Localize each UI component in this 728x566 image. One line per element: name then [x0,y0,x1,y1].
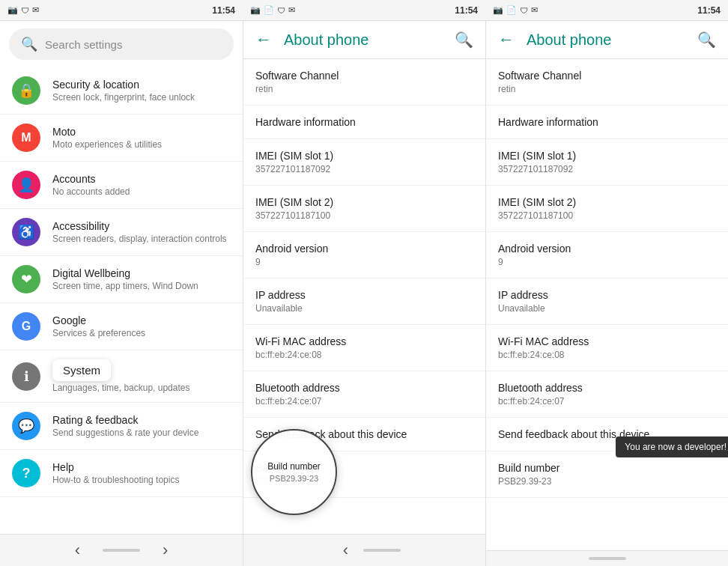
message-icon-right: ✉ [531,5,538,15]
nav-right-icon[interactable]: › [140,541,190,560]
list-item[interactable]: IMEI (SIM slot 2) 357227101187100 [486,186,728,232]
wellbeing-subtitle: Screen time, app timers, Wind Down [52,281,231,291]
list-item[interactable]: Android version 9 [486,232,728,279]
item-title: IMEI (SIM slot 2) [498,196,716,208]
nav-pill [103,549,140,552]
list-item[interactable]: Bluetooth address bc:ff:eb:24:ce:07 [243,371,485,418]
status-time-left: 11:54 [212,5,235,16]
item-value: 357227101187092 [498,164,716,174]
security-text: Security & location Screen lock, fingerp… [52,79,231,103]
list-item[interactable]: Wi-Fi MAC address bc:ff:eb:24:ce:08 [243,325,485,371]
list-item[interactable]: IMEI (SIM slot 1) 357227101187092 [243,139,485,186]
panel1-nav-back[interactable]: ‹ [328,541,363,560]
list-item[interactable]: Wi-Fi MAC address bc:ff:eb:24:ce:08 [486,325,728,371]
list-item[interactable]: Software Channel retin [243,59,485,106]
item-title: Bluetooth address [498,382,716,394]
build-number-item[interactable]: Build number PSB29.39-23 Build number PS… [243,451,485,498]
rating-subtitle: Send suggestions & rate your device [52,427,231,438]
build-number-item-2[interactable]: Build number PSB29.39-23 You are now a d… [486,451,728,498]
message-icon: ✉ [32,5,39,15]
about-list-2: Software Channel retin Hardware informat… [486,59,728,550]
item-title: Software Channel [255,70,473,82]
item-title: IMEI (SIM slot 2) [255,196,473,208]
item-title: Android version [498,243,716,255]
item-value: bc:ff:eb:24:ce:08 [255,350,473,360]
item-title: IMEI (SIM slot 1) [255,150,473,162]
search-icon: 🔍 [21,36,37,52]
sidebar-item-security[interactable]: 🔒 Security & location Screen lock, finge… [0,67,243,115]
status-time-right: 11:54 [697,5,721,16]
circle-value: PSB29.39-23 [270,474,318,483]
panel2-back-button[interactable]: ← [498,30,515,49]
status-middle-icons: 📷 📄 🛡 ✉ [250,5,295,15]
list-item[interactable]: Software Channel retin [486,59,728,106]
list-item[interactable]: Android version 9 [243,232,485,279]
system-subtitle: Languages, time, backup, updates [52,383,231,393]
about-panel-2: ← About phone 🔍 Software Channel retin H… [486,21,728,566]
settings-list: 🔒 Security & location Screen lock, finge… [0,67,243,534]
panel1-header: ← About phone 🔍 [243,21,485,59]
panel2-search-button[interactable]: 🔍 [697,31,716,49]
panel1-search-button[interactable]: 🔍 [455,31,473,49]
wellbeing-title: Digital Wellbeing [52,267,231,279]
nav-left-icon[interactable]: ‹ [52,541,103,560]
section-title: Hardware information [498,116,716,128]
system-tooltip: System [52,359,111,381]
accounts-text: Accounts No accounts added [52,173,231,197]
list-item[interactable]: IMEI (SIM slot 1) 357227101187092 [486,139,728,186]
moto-text: Moto Moto experiences & utilities [52,126,231,150]
wellbeing-text: Digital Wellbeing Screen time, app timer… [52,267,231,291]
message-icon-mid: ✉ [288,5,295,15]
item-title: Wi-Fi MAC address [255,335,473,347]
sidebar-item-moto[interactable]: M Moto Moto experiences & utilities [0,115,243,162]
security-title: Security & location [52,79,231,91]
sidebar-item-help[interactable]: ? Help How-to & troubleshooting topics [0,450,243,497]
item-title: IMEI (SIM slot 1) [498,150,716,162]
item-title: Software Channel [498,70,716,82]
security-icon: 🔒 [12,76,40,105]
sidebar-item-system[interactable]: ℹ System Languages, time, backup, update… [0,350,243,403]
system-title: System [52,359,231,381]
status-right-icons: 📷 📄 🛡 ✉ [493,5,538,15]
search-bar[interactable]: 🔍 Search settings [9,28,234,60]
sidebar-item-rating[interactable]: 💬 Rating & feedback Send suggestions & r… [0,403,243,450]
google-text: Google Services & preferences [52,314,231,338]
developer-toast: You are now a developer! [616,436,728,457]
item-value: 357227101187100 [255,210,473,221]
moto-subtitle: Moto experiences & utilities [52,139,231,150]
sidebar-item-accessibility[interactable]: ♿ Accessibility Screen readers, display,… [0,209,243,256]
item-title: Bluetooth address [255,382,473,394]
build-number-value-2: PSB29.39-23 [498,476,716,487]
item-value: bc:ff:eb:24:ce:07 [498,396,716,407]
list-item[interactable]: Bluetooth address bc:ff:eb:24:ce:07 [486,371,728,418]
google-icon: G [12,312,40,341]
security-subtitle: Screen lock, fingerprint, face unlock [52,92,231,103]
accessibility-icon: ♿ [12,218,40,246]
about-list-1: Software Channel retin Hardware informat… [243,59,485,534]
help-text: Help How-to & troubleshooting topics [52,461,231,485]
build-number-circle-overlay: Build number PSB29.39-23 [251,429,337,515]
sidebar-item-digital-wellbeing[interactable]: ❤ Digital Wellbeing Screen time, app tim… [0,256,243,303]
rating-icon: 💬 [12,412,40,440]
list-item[interactable]: IMEI (SIM slot 2) 357227101187100 [243,186,485,232]
status-middle: 📷 📄 🛡 ✉ 11:54 [243,5,485,16]
main-content: 🔍 Search settings 🔒 Security & location … [0,21,728,566]
search-placeholder: Search settings [45,38,122,51]
list-item[interactable]: IP address Unavailable [486,279,728,325]
sidebar-item-accounts[interactable]: 👤 Accounts No accounts added [0,162,243,209]
panels-right: ← About phone 🔍 Software Channel retin H… [243,21,728,566]
sidebar-item-google[interactable]: G Google Services & preferences [0,303,243,350]
accessibility-subtitle: Screen readers, display, interaction con… [52,234,231,244]
doc-icon-mid: 📄 [264,5,274,15]
moto-icon: M [12,124,40,152]
panel1-title: About phone [284,31,443,49]
moto-title: Moto [52,126,231,138]
shield-icon: 🛡 [21,6,29,15]
item-value: Unavailable [255,303,473,314]
panel1-back-button[interactable]: ← [255,30,272,49]
accounts-subtitle: No accounts added [52,186,231,197]
google-title: Google [52,314,231,326]
rating-text: Rating & feedback Send suggestions & rat… [52,414,231,438]
item-value: retin [255,84,473,94]
list-item[interactable]: IP address Unavailable [243,279,485,325]
